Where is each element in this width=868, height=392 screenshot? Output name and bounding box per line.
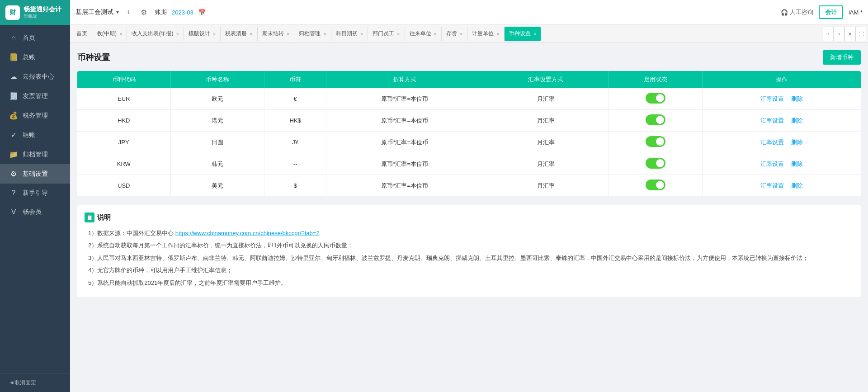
enabled-status [609, 110, 702, 132]
tabs-next-button[interactable]: › [834, 27, 844, 41]
rate-setting-link[interactable]: 汇率设置 [760, 95, 784, 102]
sidebar-item-settings[interactable]: ⚙基础设置 [0, 164, 70, 184]
tab-close-icon[interactable]: × [250, 31, 252, 37]
tabs-prev-button[interactable]: ‹ [823, 27, 834, 41]
col-header: 汇率设置方式 [483, 71, 609, 88]
delete-link[interactable]: 删除 [791, 117, 803, 124]
notice-icon: 📋 [85, 213, 94, 222]
enabled-status [609, 132, 702, 153]
toggle-knob [656, 137, 664, 146]
sidebar-item-label: 云报表中心 [23, 73, 54, 81]
tab-close-icon[interactable]: × [323, 31, 326, 37]
header-actions: + ⚙ 账期 2023-03 📅 [123, 6, 206, 18]
tabs-expand-button[interactable]: ⛶ [855, 27, 866, 41]
tab-11[interactable]: 计量单位× [467, 27, 504, 41]
sidebar-item-member[interactable]: V畅会员 [0, 203, 70, 222]
page-title: 币种设置 [77, 52, 110, 63]
tab-10[interactable]: 存货× [442, 27, 467, 41]
table-row: EUR 欧元 € 原币*汇率=本位币 月汇率 汇率设置 删除 [77, 88, 861, 110]
rate-type: 月汇率 [483, 110, 609, 132]
tab-close-icon[interactable]: × [434, 31, 437, 37]
enabled-toggle[interactable] [646, 179, 665, 190]
sidebar-item-archive[interactable]: 📁归档管理 [0, 145, 70, 164]
tab-5[interactable]: 期末结转× [258, 27, 294, 41]
delete-link[interactable]: 删除 [791, 95, 803, 102]
tab-7[interactable]: 科目期初× [331, 27, 368, 41]
checkout-icon: ✓ [9, 131, 18, 139]
actions: 汇率设置 删除 [702, 88, 861, 110]
tab-close-icon[interactable]: × [533, 31, 536, 37]
tab-1[interactable]: 收(中期)× [92, 27, 127, 41]
sidebar-item-invoice[interactable]: 🧾发票管理 [0, 86, 70, 106]
enabled-toggle[interactable] [646, 93, 665, 104]
rate-setting-link[interactable]: 汇率设置 [760, 139, 784, 146]
tab-8[interactable]: 部门员工× [368, 27, 405, 41]
tab-close-icon[interactable]: × [397, 31, 400, 37]
tab-label: 部门员工 [373, 30, 394, 38]
currency-name: 韩元 [170, 153, 264, 175]
enabled-toggle[interactable] [646, 158, 665, 169]
enabled-toggle[interactable] [646, 114, 665, 125]
tab-close-icon[interactable]: × [176, 31, 179, 37]
tab-close-icon[interactable]: × [213, 31, 216, 37]
delete-link[interactable]: 删除 [791, 161, 803, 167]
table-header: 币种代码币种名称币符折算方式汇率设置方式启用状态操作 [77, 71, 861, 88]
tab-close-icon[interactable]: × [460, 31, 462, 37]
tab-9[interactable]: 往来单位× [405, 27, 442, 41]
sidebar-item-ledger[interactable]: 📒总账 [0, 47, 70, 67]
tab-3[interactable]: 模版设计× [184, 27, 221, 41]
enabled-toggle[interactable] [646, 136, 665, 147]
tab-close-icon[interactable]: × [496, 31, 499, 37]
tab-2[interactable]: 收入支出表(年报)× [127, 27, 184, 41]
period-value[interactable]: 2023-03 [172, 9, 193, 16]
notice-item: 3）人民币对马来西亚林吉特、俄罗斯卢布、南非兰特、韩元、阿联酋迪拉姆、沙特里亚尔… [88, 253, 854, 263]
toggle-knob [656, 159, 664, 167]
rate-setting-link[interactable]: 汇率设置 [760, 161, 784, 167]
sidebar-item-home[interactable]: ⌂首页 [0, 28, 70, 47]
sidebar-footer[interactable]: ◄取消固定 [0, 373, 70, 392]
tab-close-icon[interactable]: × [360, 31, 363, 37]
notice-link[interactable]: https://www.chinamoney.com.cn/chinese/bk… [175, 230, 320, 236]
currency-symbol: HK$ [264, 110, 326, 132]
header-company[interactable]: 基层工会测试 ▾ [75, 8, 119, 16]
tab-close-icon[interactable]: × [119, 31, 122, 37]
add-tab-button[interactable]: + [123, 6, 134, 18]
col-header: 币符 [264, 71, 326, 88]
service-button[interactable]: 🎧 人工咨询 [781, 8, 813, 16]
tab-12[interactable]: 币种设置× [505, 27, 541, 41]
tab-6[interactable]: 归档管理× [294, 27, 331, 41]
new-currency-button[interactable]: 新增币种 [823, 50, 861, 65]
sidebar-item-label: 基础设置 [23, 170, 48, 178]
tab-4[interactable]: 税表清册× [221, 27, 257, 41]
kuaiji-button[interactable]: 会计 [819, 5, 843, 19]
header-right: 🎧 人工咨询 会计 iAM * [781, 5, 863, 19]
sidebar-item-tax[interactable]: 💰税务管理 [0, 106, 70, 125]
tabs-close-all-button[interactable]: × [844, 27, 855, 41]
tab-0[interactable]: 首页 [72, 27, 92, 41]
rate-type: 月汇率 [483, 132, 609, 153]
notice-item: 4）无官方牌价的币种，可以用用户手工维护汇率信息； [88, 265, 854, 275]
table-row: USD 美元 $ 原币*汇率=本位币 月汇率 汇率设置 删除 [77, 175, 861, 197]
rate-setting-link[interactable]: 汇率设置 [760, 117, 784, 124]
delete-link[interactable]: 删除 [791, 182, 803, 189]
calendar-icon[interactable]: 📅 [198, 9, 206, 16]
tab-close-icon[interactable]: × [287, 31, 289, 37]
table-row: KRW 韩元 -- 原币*汇率=本位币 月汇率 汇率设置 删除 [77, 153, 861, 175]
notice-item: 2）系统自动获取每月第一个工作日的汇率标价，统一为直接标价法，即1外币可以兑换的… [88, 240, 854, 250]
toggle-knob [656, 181, 664, 189]
notice-title: 📋 说明 [85, 213, 854, 222]
sidebar-item-checkout[interactable]: ✓结账 [0, 125, 70, 145]
sidebar-logo: 财 畅捷通好会计 旗舰版 [0, 0, 70, 25]
enabled-status [609, 153, 702, 175]
col-header: 操作 [702, 71, 861, 88]
currency-table: 币种代码币种名称币符折算方式汇率设置方式启用状态操作 EUR 欧元 € 原币*汇… [77, 71, 861, 196]
tab-label: 存货 [446, 30, 457, 38]
sidebar-item-reports[interactable]: ☁云报表中心 [0, 67, 70, 86]
rate-setting-link[interactable]: 汇率设置 [760, 182, 784, 189]
sidebar-item-guide[interactable]: ?新手引导 [0, 184, 70, 203]
col-header: 折算方式 [326, 71, 483, 88]
calc-method: 原币*汇率=本位币 [326, 153, 483, 175]
settings-button[interactable]: ⚙ [138, 6, 150, 18]
tab-label: 计量单位 [472, 30, 494, 38]
delete-link[interactable]: 删除 [791, 139, 803, 146]
